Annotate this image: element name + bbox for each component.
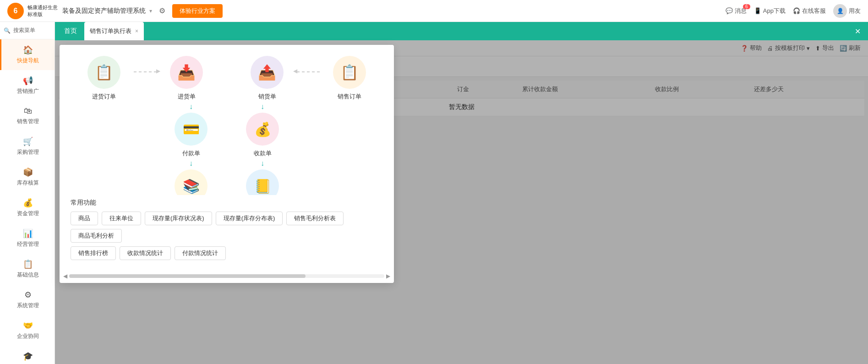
sales-order-icon: 📋 bbox=[333, 56, 366, 89]
func-btn-sales-margin[interactable]: 销售毛利分析表 bbox=[286, 212, 344, 225]
phone-icon: 📱 bbox=[754, 7, 761, 14]
chart-icon: 📊 bbox=[23, 228, 33, 239]
app-download-button[interactable]: 📱 App下载 bbox=[754, 7, 786, 15]
scroll-left-button[interactable]: ◀ bbox=[63, 273, 67, 279]
flow-node-customer-ledger[interactable]: 📒 客户账本 bbox=[233, 169, 292, 195]
sidebar-item-quick-nav[interactable]: 🏠 快捷导航 bbox=[0, 39, 55, 70]
tab-bar: 首页 销售订单执行表 × ✕ bbox=[55, 22, 868, 40]
megaphone-icon: 📢 bbox=[23, 76, 33, 86]
home-icon: 🏠 bbox=[23, 45, 33, 55]
func-btn-sales-rank[interactable]: 销售排行榜 bbox=[71, 246, 116, 260]
window-close-button[interactable]: ✕ bbox=[847, 22, 868, 40]
flow-node-purchase-receipt[interactable]: 📥 进货单 bbox=[157, 56, 216, 101]
message-badge: 6 bbox=[743, 4, 750, 9]
message-button[interactable]: 💬 消息 6 bbox=[726, 7, 747, 15]
sidebar: 🔍 搜索菜单 🏠 快捷导航 📢 营销推广 🛍 销售管理 🛒 采购管理 📦 库存核… bbox=[0, 22, 55, 364]
gear-icon: ⚙ bbox=[24, 290, 32, 300]
logo-area: 6 畅康通好生意 标准版 bbox=[7, 3, 62, 19]
flow-node-supplier-ledger[interactable]: 📚 供应商账本 bbox=[161, 169, 221, 195]
sidebar-item-basic-info[interactable]: 📋 基础信息 bbox=[0, 254, 55, 284]
settings-button[interactable]: ⚙ bbox=[156, 5, 169, 17]
flow-node-payment[interactable]: 💳 付款单 bbox=[161, 113, 221, 158]
customer-ledger-icon: 📒 bbox=[246, 169, 279, 195]
scrollbar-track[interactable] bbox=[69, 274, 384, 278]
sidebar-item-operation[interactable]: 📊 经营管理 bbox=[0, 223, 55, 254]
flow-modal: 📋 进货订单 📥 进货单 📤 bbox=[60, 45, 394, 283]
sales-receipt-icon: 📤 bbox=[251, 56, 284, 89]
flow-node-sales-receipt[interactable]: 📤 销货单 bbox=[237, 56, 297, 101]
clipboard-icon: 📋 bbox=[23, 259, 33, 269]
message-icon: 💬 bbox=[726, 7, 733, 14]
search-menu-button[interactable]: 🔍 搜索菜单 bbox=[0, 22, 55, 39]
func-buttons-row2: 销售排行榜 收款情况统计 付款情况统计 bbox=[71, 246, 383, 260]
arrow-down-receipt: ↓ bbox=[261, 159, 264, 168]
arrow-down-sales: ↓ bbox=[261, 103, 264, 111]
box-icon: 📦 bbox=[23, 167, 33, 177]
sidebar-item-sales[interactable]: 🛍 销售管理 bbox=[0, 101, 55, 131]
avatar: 👤 bbox=[833, 4, 847, 18]
graduation-icon: 🎓 bbox=[23, 351, 33, 361]
sidebar-item-purchase[interactable]: 🛒 采购管理 bbox=[0, 131, 55, 162]
tab-home[interactable]: 首页 bbox=[57, 22, 84, 40]
func-btn-stock-dist[interactable]: 现存量(库存分布表) bbox=[216, 212, 283, 225]
sidebar-item-marketing[interactable]: 📢 营销推广 bbox=[0, 70, 55, 101]
header-right: 💬 消息 6 📱 App下载 🎧 在线客服 👤 用友 bbox=[726, 4, 861, 18]
system-title: 装备及固定资产辅助管理系统 bbox=[62, 7, 146, 15]
shopping-icon: 🛍 bbox=[24, 106, 32, 116]
scroll-right-button[interactable]: ▶ bbox=[386, 273, 390, 279]
func-buttons-row1: 商品 往来单位 现存量(库存状况表) 现存量(库存分布表) 销售毛利分析表 商品… bbox=[71, 212, 383, 243]
func-btn-partner[interactable]: 往来单位 bbox=[102, 212, 141, 225]
sidebar-item-enterprise[interactable]: 🤝 企业协同 bbox=[0, 315, 55, 346]
flow-node-purchase-order[interactable]: 📋 进货订单 bbox=[74, 56, 134, 101]
flow-section: 📋 进货订单 📥 进货单 📤 bbox=[60, 45, 394, 195]
func-btn-payment-stats[interactable]: 付款情况统计 bbox=[175, 246, 226, 260]
arrow-purchase-order-to-receipt bbox=[134, 71, 157, 72]
scrollbar-thumb[interactable] bbox=[69, 274, 306, 278]
modal-overlay: 📋 进货订单 📥 进货单 📤 bbox=[55, 40, 868, 364]
trial-button[interactable]: 体验行业方案 bbox=[172, 4, 223, 18]
func-btn-receipt-stats[interactable]: 收款情况统计 bbox=[120, 246, 171, 260]
system-dropdown-icon[interactable]: ▾ bbox=[149, 8, 152, 14]
online-service-button[interactable]: 🎧 在线客服 bbox=[793, 7, 826, 15]
common-functions-section: 常用功能 商品 往来单位 现存量(库存状况表) 现存量(库存分布表) 销售毛利分… bbox=[60, 195, 394, 271]
user-avatar[interactable]: 👤 用友 bbox=[833, 4, 861, 18]
flow-node-sales-order[interactable]: 📋 销售订单 bbox=[320, 56, 379, 101]
logo-text: 畅康通好生意 标准版 bbox=[27, 4, 58, 17]
logo-icon: 6 bbox=[7, 3, 24, 19]
receipt-icon: 💰 bbox=[246, 113, 279, 146]
purchase-order-icon: 📋 bbox=[87, 56, 120, 89]
tab-sales-order[interactable]: 销售订单执行表 × bbox=[84, 22, 144, 40]
sidebar-item-newbie[interactable]: 🎓 新手引导 bbox=[0, 346, 55, 364]
sidebar-item-system[interactable]: ⚙ 系统管理 bbox=[0, 284, 55, 315]
handshake-icon: 🤝 bbox=[23, 321, 33, 331]
money-icon: 💰 bbox=[23, 198, 33, 208]
modal-scrollbar: ◀ ▶ bbox=[60, 271, 394, 283]
supplier-ledger-icon: 📚 bbox=[175, 169, 207, 195]
cart-icon: 🛒 bbox=[23, 136, 33, 147]
sidebar-item-inventory[interactable]: 📦 库存核算 bbox=[0, 162, 55, 192]
system-title-area: 装备及固定资产辅助管理系统 ▾ ⚙ 体验行业方案 bbox=[62, 4, 726, 18]
arrow-sales-order-to-receipt bbox=[297, 71, 320, 72]
purchase-receipt-icon: 📥 bbox=[170, 56, 203, 89]
common-func-title: 常用功能 bbox=[71, 199, 383, 207]
arrow-down-purchase: ↓ bbox=[189, 103, 193, 111]
arrow-down-payment: ↓ bbox=[189, 159, 193, 168]
flow-node-receipt[interactable]: 💰 收款单 bbox=[233, 113, 292, 158]
payment-icon: 💳 bbox=[175, 113, 207, 146]
top-header: 6 畅康通好生意 标准版 装备及固定资产辅助管理系统 ▾ ⚙ 体验行业方案 💬 … bbox=[0, 0, 868, 22]
func-btn-product-margin[interactable]: 商品毛利分析 bbox=[71, 229, 122, 243]
tab-close-button[interactable]: × bbox=[135, 28, 138, 34]
func-btn-stock-status[interactable]: 现存量(库存状况表) bbox=[145, 212, 212, 225]
headset-icon: 🎧 bbox=[793, 7, 800, 14]
func-btn-product[interactable]: 商品 bbox=[71, 212, 98, 225]
sidebar-item-finance[interactable]: 💰 资金管理 bbox=[0, 192, 55, 223]
search-icon: 🔍 bbox=[4, 27, 11, 34]
